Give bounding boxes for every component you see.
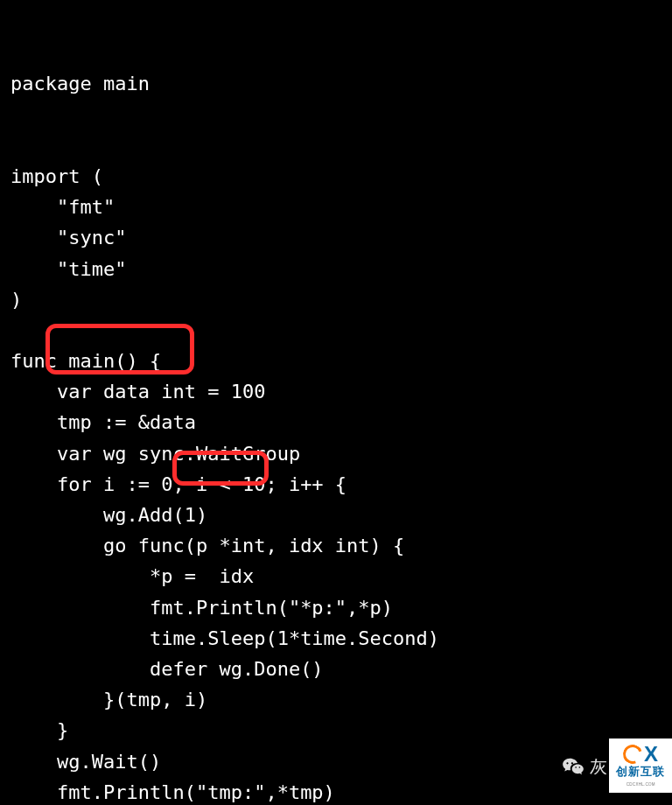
wechat-label: 灰 <box>590 752 607 780</box>
code-block: package main import ( "fmt" "sync" "time… <box>0 0 672 805</box>
logo-text-cn: 创新互联 <box>616 763 665 781</box>
code-text: package main import ( "fmt" "sync" "time… <box>10 68 662 805</box>
wechat-badge: 灰 <box>562 752 607 780</box>
brand-logo: X 创新互联 CDCXHL.COM <box>609 738 672 793</box>
logo-mark: X <box>623 744 658 765</box>
logo-x-shape: X <box>644 744 658 765</box>
logo-text-en: CDCXHL.COM <box>626 780 655 788</box>
wechat-icon <box>562 757 584 776</box>
